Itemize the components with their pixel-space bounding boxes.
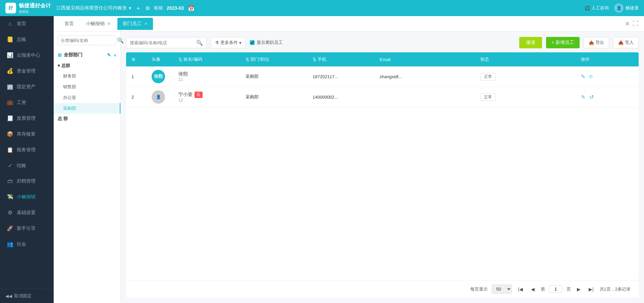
- sidebar-item-social[interactable]: 👥 社会: [0, 236, 54, 252]
- sidebar-item-guide[interactable]: 🚀 新手引导: [0, 220, 54, 236]
- page-input[interactable]: [549, 285, 562, 293]
- tax-icon: 📋: [7, 147, 13, 153]
- dept-child-caiwubu[interactable]: 财务部: [54, 71, 120, 82]
- action-icons: ✎ ↺: [581, 94, 594, 100]
- row1-dept: 采购部: [240, 70, 307, 83]
- sidebar-item-ledger[interactable]: 📒 总账: [0, 32, 54, 47]
- sidebar-item-settings[interactable]: ⚙ 基础设置: [0, 205, 54, 220]
- th-email-label: Email: [380, 57, 391, 62]
- avatar: 👤: [614, 3, 624, 13]
- add-button[interactable]: ＋: [135, 4, 141, 12]
- company-name: 江西服宝精品有限责任公司内账张: [56, 5, 127, 11]
- dept-child-xiaoshoubu[interactable]: 销售部: [54, 82, 120, 92]
- edit-icon[interactable]: ✎: [581, 94, 585, 100]
- collapse-icon[interactable]: «: [114, 52, 116, 58]
- sidebar-label-close: 结账: [17, 163, 26, 169]
- top-bar: 好 畅捷通好会计 旗舰版 江西服宝精品有限责任公司内账张 ▾ ＋ ⚙ 账期 20…: [0, 0, 644, 16]
- settings-icon[interactable]: ⚙: [145, 5, 150, 11]
- sidebar-item-archive[interactable]: 🗃 归档管理: [0, 173, 54, 189]
- tab-home[interactable]: 首页: [59, 18, 79, 30]
- close-period-icon: ✓: [7, 162, 13, 169]
- per-page-select[interactable]: 50 100 200: [492, 285, 512, 294]
- th-name-code[interactable]: ⇅ 姓名/编码: [173, 52, 240, 66]
- period-value: 2023-03: [167, 5, 184, 11]
- user-area[interactable]: 👤 畅捷通: [614, 3, 639, 13]
- dept-child-bangongshi[interactable]: 办公室: [54, 92, 120, 103]
- sidebar-item-close[interactable]: ✓ 结账: [0, 158, 54, 173]
- all-dept-header[interactable]: ⊞ 全部部门 ✎ «: [54, 49, 120, 61]
- employee-code: 11: [178, 77, 188, 82]
- th-dept[interactable]: ⇅ 部门/职位: [240, 52, 307, 66]
- dept-parent-zongbu[interactable]: ▾ 总部: [54, 61, 120, 71]
- tab-home-label: 首页: [64, 21, 74, 27]
- next-page-button[interactable]: ▶: [575, 286, 583, 293]
- tab-expense-label: 小畅报销: [86, 21, 105, 27]
- tab-close-all-icon[interactable]: ✕: [625, 20, 630, 28]
- dept-parent-zongbu2[interactable]: 总 部: [54, 114, 120, 124]
- logout-icon[interactable]: ⎋: [589, 73, 593, 80]
- home-icon: ⌂: [7, 21, 13, 27]
- sidebar-item-invoice[interactable]: 🧾 发票管理: [0, 110, 54, 126]
- show-resigned-checkbox[interactable]: [250, 40, 255, 45]
- edit-icon[interactable]: ✎: [581, 73, 585, 80]
- add-employee-button[interactable]: + 新增员工: [546, 37, 580, 48]
- calendar-icon[interactable]: 📅: [188, 5, 195, 11]
- delete-icon[interactable]: ↺: [589, 94, 594, 100]
- export-button[interactable]: 📤 导出: [584, 37, 609, 48]
- employee-search-box[interactable]: 🔍: [126, 37, 207, 48]
- import-button[interactable]: 📥 导入: [613, 37, 639, 48]
- th-phone[interactable]: ⇅ 手机: [307, 52, 374, 66]
- archive-icon: 🗃: [7, 178, 13, 184]
- row1-status: 正常: [475, 69, 576, 84]
- dept-search-box[interactable]: 🔍: [58, 36, 116, 45]
- page-content: 🔍 ⊞ 全部部门 ✎ « ▾ 总部 财务部 销售部 办公室: [54, 32, 644, 303]
- sidebar-item-payroll[interactable]: 💼 工资: [0, 95, 54, 110]
- sidebar-item-inventory[interactable]: 📦 库存核算: [0, 126, 54, 142]
- tab-dept-employee[interactable]: 部门员工 ✕: [117, 18, 153, 30]
- sort-icon: ⇅: [246, 57, 249, 62]
- sidebar-label-settings: 基础设置: [17, 210, 36, 216]
- support-button[interactable]: 🎧 人工咨询: [585, 5, 609, 11]
- sidebar-item-tax[interactable]: 📋 税务管理: [0, 142, 54, 158]
- pin-cancel-button[interactable]: ◀◀ 取消固定: [0, 289, 54, 303]
- th-settings[interactable]: ⚙: [126, 52, 146, 66]
- tab-expense[interactable]: 小畅报销 ✕: [80, 18, 116, 30]
- close-icon[interactable]: ✕: [144, 21, 148, 26]
- sidebar-item-funds[interactable]: 💰 资金管理: [0, 63, 54, 79]
- table-body: 1 张熙 张熙 11 采购部 187202117..: [126, 66, 639, 280]
- dept-search-input[interactable]: [61, 38, 117, 43]
- company-selector[interactable]: 江西服宝精品有限责任公司内账张 ▾: [56, 5, 131, 11]
- last-page-button[interactable]: ▶|: [587, 286, 596, 293]
- row2-no: 2: [126, 91, 146, 103]
- invite-button[interactable]: 邀请: [519, 37, 542, 48]
- employee-search-input[interactable]: [130, 40, 196, 45]
- edit-dept-icon[interactable]: ✎: [107, 52, 111, 58]
- sort-icon: ⇅: [178, 57, 182, 62]
- tab-maximize-icon[interactable]: ⛶: [633, 20, 639, 28]
- first-page-button[interactable]: |◀: [516, 286, 525, 293]
- dept-child-caigoubu[interactable]: 采购部: [54, 103, 120, 114]
- action-icons: ✎ ⎋: [581, 73, 593, 80]
- ledger-icon: 📒: [7, 36, 13, 43]
- prev-page-button[interactable]: ◀: [529, 286, 537, 293]
- th-status: 状态: [475, 52, 576, 66]
- logo-icon: 好: [5, 3, 16, 13]
- per-page-label: 每页显示: [470, 286, 488, 292]
- logo-area: 好 畅捷通好会计 旗舰版: [5, 2, 52, 14]
- sidebar-item-expense[interactable]: 💸 小畅报销: [0, 189, 54, 205]
- sidebar-label-assets: 固定资产: [17, 84, 36, 90]
- show-resigned-area[interactable]: 显示离职员工: [250, 40, 283, 46]
- all-dept-label: 全部部门: [64, 52, 83, 58]
- sidebar-item-reports[interactable]: 📊 云报表中心: [0, 47, 54, 63]
- close-icon[interactable]: ✕: [107, 21, 111, 26]
- tab-dept-employee-label: 部门员工: [123, 21, 142, 27]
- row1-name-code: 张熙 11: [173, 68, 240, 85]
- sidebar-label-expense: 小畅报销: [17, 194, 36, 200]
- table-row: 1 张熙 张熙 11 采购部 187202117..: [126, 66, 639, 87]
- filter-button[interactable]: ⚗ 更多条件 ▾: [211, 37, 246, 48]
- gear-icon: ⚙: [131, 57, 136, 62]
- sidebar-label-inventory: 库存核算: [17, 131, 36, 137]
- sidebar-item-home[interactable]: ⌂ 首页: [0, 16, 54, 32]
- grid-icon: ⊞: [58, 52, 62, 58]
- sidebar-item-assets[interactable]: 🏢 固定资产: [0, 79, 54, 95]
